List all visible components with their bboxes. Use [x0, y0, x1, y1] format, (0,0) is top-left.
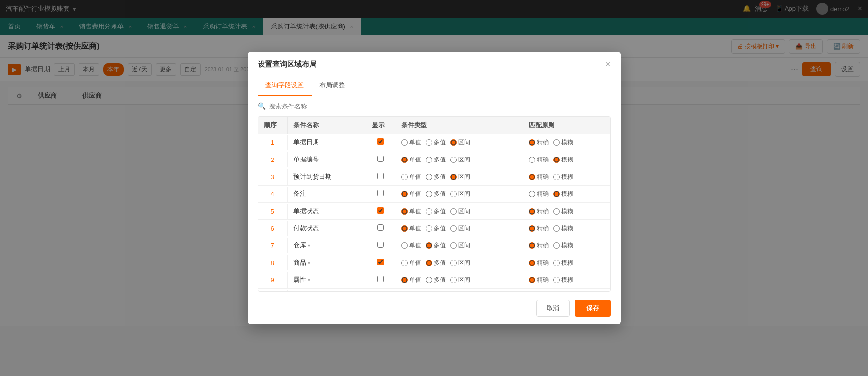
type-radio-单值[interactable]: 单值: [401, 259, 421, 267]
match-radio-模糊[interactable]: 模糊: [553, 138, 573, 147]
type-radio-多值[interactable]: 多值: [426, 138, 446, 147]
match-radio-精确[interactable]: 精确: [529, 207, 549, 215]
row-type: 单值 多值 区间: [395, 255, 523, 271]
row-display[interactable]: [366, 238, 395, 253]
match-radio-精确[interactable]: 精确: [529, 259, 549, 267]
cancel-button[interactable]: 取消: [536, 300, 570, 317]
match-radio-模糊[interactable]: 模糊: [553, 207, 573, 215]
row-name: 单据编号: [288, 151, 366, 168]
dialog-title: 设置查询区域布局: [258, 60, 316, 69]
match-radio-精确[interactable]: 精确: [529, 224, 549, 233]
type-radio-区间[interactable]: 区间: [450, 207, 470, 215]
type-radio-单值[interactable]: 单值: [401, 156, 421, 164]
row-type: 单值 多值 区间: [395, 272, 523, 288]
row-type: 单值 多值 区间: [395, 186, 523, 202]
row-display[interactable]: [366, 220, 395, 236]
type-radio-多值[interactable]: 多值: [426, 242, 446, 250]
table-row: 8 商品 ▾ 单值 多值 区间 精确 模糊: [258, 254, 610, 271]
row-display[interactable]: [366, 186, 395, 202]
row-match: 精确 模糊: [523, 169, 610, 185]
dialog-search: 🔍: [248, 96, 621, 116]
tab-layout-adjust[interactable]: 布局调整: [312, 76, 353, 96]
type-radio-区间[interactable]: 区间: [450, 156, 470, 164]
match-radio-模糊[interactable]: 模糊: [553, 276, 573, 284]
tab-field-settings[interactable]: 查询字段设置: [258, 76, 312, 96]
match-radio-模糊[interactable]: 模糊: [553, 173, 573, 181]
row-display[interactable]: [366, 255, 395, 270]
row-match: 精确 模糊: [523, 186, 610, 202]
match-radio-模糊[interactable]: 模糊: [553, 259, 573, 267]
table-row: 7 仓库 ▾ 单值 多值 区间 精确 模糊: [258, 237, 610, 254]
match-radio-精确[interactable]: 精确: [529, 276, 549, 284]
type-radio-多值[interactable]: 多值: [426, 224, 446, 233]
match-radio-精确[interactable]: 精确: [529, 242, 549, 250]
row-name: 单据状态: [288, 203, 366, 219]
row-display[interactable]: [366, 203, 395, 219]
table-row: 10 有无商品图片 单值 多值 区间 精确 模糊: [258, 289, 610, 291]
config-table-body: 1 单据日期 单值 多值 区间 精确 模糊 2 单据编号: [258, 134, 610, 291]
type-radio-多值[interactable]: 多值: [426, 259, 446, 267]
table-row: 9 属性 ▾ 单值 多值 区间 精确 模糊: [258, 271, 610, 289]
type-radio-单值[interactable]: 单值: [401, 207, 421, 215]
type-radio-多值[interactable]: 多值: [426, 207, 446, 215]
type-radio-单值[interactable]: 单值: [401, 173, 421, 181]
display-checkbox[interactable]: [377, 138, 384, 145]
row-match: 精确 模糊: [523, 152, 610, 168]
save-button[interactable]: 保存: [575, 300, 611, 317]
type-radio-多值[interactable]: 多值: [426, 156, 446, 164]
match-radio-模糊[interactable]: 模糊: [553, 190, 573, 198]
type-radio-多值[interactable]: 多值: [426, 190, 446, 198]
match-radio-精确[interactable]: 精确: [529, 138, 549, 147]
row-order: 8: [258, 255, 288, 270]
display-checkbox[interactable]: [377, 242, 384, 248]
row-name: 仓库 ▾: [288, 237, 366, 254]
table-row: 4 备注 单值 多值 区间 精确 模糊: [258, 186, 610, 203]
row-name: 备注: [288, 186, 366, 202]
type-radio-区间[interactable]: 区间: [450, 190, 470, 198]
type-radio-区间[interactable]: 区间: [450, 276, 470, 284]
match-radio-模糊[interactable]: 模糊: [553, 156, 573, 164]
modal-overlay: 设置查询区域布局 × 查询字段设置 布局调整 🔍 顺序 条件名称 显示: [0, 0, 868, 326]
display-checkbox[interactable]: [377, 173, 384, 179]
row-display[interactable]: [366, 152, 395, 167]
display-checkbox[interactable]: [377, 224, 384, 231]
row-display[interactable]: [366, 289, 395, 291]
search-input[interactable]: [269, 103, 347, 110]
th-display: 显示: [366, 117, 395, 134]
type-radio-单值[interactable]: 单值: [401, 138, 421, 147]
match-radio-模糊[interactable]: 模糊: [553, 224, 573, 233]
match-radio-精确[interactable]: 精确: [529, 173, 549, 181]
match-radio-精确[interactable]: 精确: [529, 190, 549, 198]
match-radio-精确[interactable]: 精确: [529, 156, 549, 164]
display-checkbox[interactable]: [377, 190, 384, 196]
display-checkbox[interactable]: [377, 276, 384, 282]
type-radio-区间[interactable]: 区间: [450, 173, 470, 181]
display-checkbox[interactable]: [377, 207, 384, 214]
type-radio-区间[interactable]: 区间: [450, 138, 470, 147]
match-radio-模糊[interactable]: 模糊: [553, 242, 573, 250]
row-type: 单值 多值 区间: [395, 169, 523, 185]
th-order: 顺序: [258, 117, 288, 134]
dialog-tabs: 查询字段设置 布局调整: [248, 76, 621, 96]
row-match: 精确 模糊: [523, 272, 610, 288]
display-checkbox[interactable]: [377, 156, 384, 162]
row-display[interactable]: [366, 134, 395, 150]
row-display[interactable]: [366, 272, 395, 288]
type-radio-区间[interactable]: 区间: [450, 259, 470, 267]
table-row: 1 单据日期 单值 多值 区间 精确 模糊: [258, 134, 610, 151]
type-radio-区间[interactable]: 区间: [450, 224, 470, 233]
display-checkbox[interactable]: [377, 259, 384, 265]
row-name: 预计到货日期: [288, 168, 366, 185]
type-radio-区间[interactable]: 区间: [450, 242, 470, 250]
row-order: 2: [258, 152, 288, 167]
type-radio-单值[interactable]: 单值: [401, 190, 421, 198]
type-radio-单值[interactable]: 单值: [401, 242, 421, 250]
row-display[interactable]: [366, 169, 395, 185]
dialog-close-button[interactable]: ×: [605, 59, 611, 70]
type-radio-单值[interactable]: 单值: [401, 276, 421, 284]
type-radio-多值[interactable]: 多值: [426, 276, 446, 284]
table-row: 5 单据状态 单值 多值 区间 精确 模糊: [258, 203, 610, 220]
type-radio-多值[interactable]: 多值: [426, 173, 446, 181]
type-radio-单值[interactable]: 单值: [401, 224, 421, 233]
row-match: 精确 模糊: [523, 289, 610, 292]
